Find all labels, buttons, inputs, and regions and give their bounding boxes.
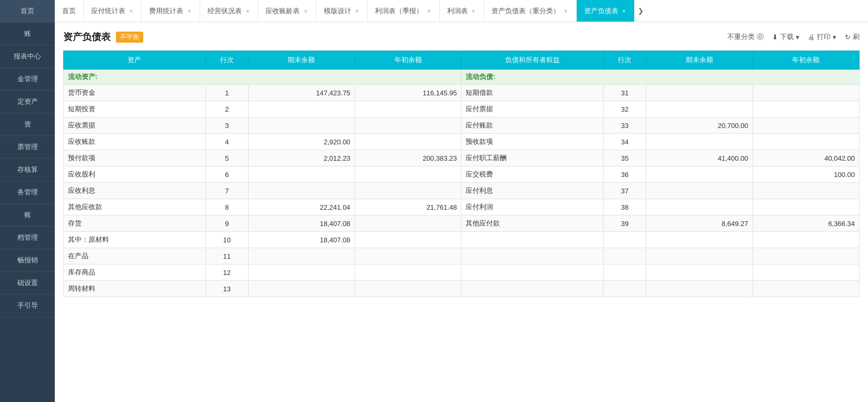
- sidebar-item-document[interactable]: 档管理: [0, 227, 55, 249]
- sidebar-item-assets[interactable]: 定资产: [0, 91, 55, 113]
- table-row[interactable]: 在产品11: [64, 248, 860, 264]
- cell-7-2: 22,241.04: [248, 199, 354, 215]
- tab-0[interactable]: 首页: [55, 0, 84, 22]
- cell-4-6: 41,400.00: [646, 150, 753, 166]
- unbalanced-badge: 不平衡: [116, 32, 143, 43]
- balance-sheet-table: 资产 行次 期末余额 年初余额 负债和所有者权益 行次 期末余额 年初余额 流动…: [63, 51, 860, 297]
- cell-5-5: 36: [604, 166, 646, 183]
- table-row[interactable]: 货币资金1147,423.75116,145.95短期借款31: [64, 85, 860, 101]
- cell-5-1: 6: [205, 166, 248, 183]
- download-button[interactable]: ⬇ 下载 ▾: [772, 32, 800, 42]
- cell-9-0: 其中：原材料: [64, 232, 206, 248]
- tab-6[interactable]: 利润表（季报）×: [368, 0, 439, 22]
- table-row[interactable]: 应收股利6应交税费36100.00: [64, 166, 860, 183]
- tab-1[interactable]: 应付统计表×: [84, 0, 142, 22]
- tab-8[interactable]: 资产负债表（重分类）×: [484, 0, 576, 22]
- tab-close-2[interactable]: ×: [186, 7, 192, 15]
- download-icon: ⬇: [772, 33, 778, 41]
- table-row[interactable]: 周转材料13: [64, 281, 860, 297]
- header-year-begin2: 年初余额: [753, 51, 859, 70]
- sidebar-item-settings[interactable]: 础设置: [0, 272, 55, 295]
- section-left-label: 流动资产:: [64, 70, 461, 85]
- cell-1-5: 32: [604, 101, 646, 117]
- print-label: 打印: [817, 32, 831, 42]
- sidebar: 首页账报表中心金管理定资产资票管理存核算务管理账档管理畅报销础设置手引导: [0, 0, 55, 402]
- cell-10-1: 11: [205, 248, 248, 264]
- sidebar-item-expense[interactable]: 畅报销: [0, 249, 55, 272]
- tab-4[interactable]: 应收账龄表×: [258, 0, 316, 22]
- print-button[interactable]: 🖨 打印 ▾: [808, 32, 836, 42]
- sidebar-item-fund[interactable]: 金管理: [0, 68, 55, 91]
- cell-11-4: [461, 264, 604, 281]
- cell-8-1: 9: [205, 215, 248, 232]
- sidebar-item-inventory[interactable]: 存核算: [0, 159, 55, 181]
- cell-6-2: [248, 183, 354, 199]
- print-icon: 🖨: [808, 33, 815, 41]
- table-row[interactable]: 应收账款42,920.00预收款项34: [64, 134, 860, 150]
- cell-3-7: [753, 134, 859, 150]
- tab-close-7[interactable]: ×: [471, 7, 476, 15]
- cell-1-7: [753, 101, 859, 117]
- tab-2[interactable]: 费用统计表×: [142, 0, 200, 22]
- cell-9-1: 10: [205, 232, 248, 248]
- tab-close-3[interactable]: ×: [245, 7, 250, 15]
- header-asset: 资产: [64, 51, 206, 70]
- tab-5[interactable]: 模版设计×: [317, 0, 368, 22]
- cell-12-5: [604, 281, 646, 297]
- tab-label-7: 利润表: [447, 6, 468, 16]
- refresh-icon: ↻: [845, 33, 851, 41]
- cell-10-7: [753, 248, 859, 264]
- cell-12-0: 周转材料: [64, 281, 206, 297]
- cell-10-0: 在产品: [64, 248, 206, 264]
- cell-3-6: [646, 134, 753, 150]
- table-row[interactable]: 其他应收款822,241.0421,761.48应付利润38: [64, 199, 860, 215]
- sidebar-item-ledger[interactable]: 账: [0, 204, 55, 227]
- tab-3[interactable]: 经营状况表×: [200, 0, 258, 22]
- tab-bar: 首页应付统计表×费用统计表×经营状况表×应收账龄表×模版设计×利润表（季报）×利…: [55, 0, 868, 22]
- table-row[interactable]: 存货918,407.08其他应付款398,649.276,366.34: [64, 215, 860, 232]
- cell-10-2: [248, 248, 354, 264]
- classify-toggle[interactable]: 不重分类 ⓪: [727, 32, 764, 42]
- sidebar-item-account[interactable]: 账: [0, 23, 55, 45]
- tab-label-1: 应付统计表: [91, 6, 125, 16]
- sidebar-item-resource[interactable]: 资: [0, 113, 55, 136]
- cell-3-1: 4: [205, 134, 248, 150]
- table-row[interactable]: 应收利息7应付利息37: [64, 183, 860, 199]
- cell-3-4: 预收款项: [461, 134, 604, 150]
- content-area: 资产负债表 不平衡 不重分类 ⓪ ⬇ 下载 ▾ 🖨 打印 ▾: [55, 22, 868, 402]
- sidebar-item-guide[interactable]: 手引导: [0, 295, 55, 317]
- table-row[interactable]: 短期投资2应付票据32: [64, 101, 860, 117]
- tab-scroll-right[interactable]: ❯: [635, 0, 647, 22]
- tab-close-4[interactable]: ×: [303, 7, 308, 15]
- tab-9[interactable]: 资产负债表×: [577, 0, 635, 22]
- tab-7[interactable]: 利润表×: [440, 0, 484, 22]
- cell-0-7: [753, 85, 859, 101]
- table-row[interactable]: 应收票据3应付账款3320,700.00: [64, 117, 860, 134]
- cell-1-0: 短期投资: [64, 101, 206, 117]
- table-row[interactable]: 其中：原材料1018,407.08: [64, 232, 860, 248]
- table-row[interactable]: 预付款项52,012.23200,383.23应付职工薪酬3541,400.00…: [64, 150, 860, 166]
- refresh-button[interactable]: ↻ 刷: [845, 32, 860, 42]
- sidebar-item-home[interactable]: 首页: [0, 0, 55, 23]
- cell-1-4: 应付票据: [461, 101, 604, 117]
- page-title-area: 资产负债表 不平衡: [63, 31, 143, 43]
- tab-close-6[interactable]: ×: [426, 7, 431, 15]
- tab-close-8[interactable]: ×: [563, 7, 568, 15]
- cell-2-4: 应付账款: [461, 117, 604, 134]
- tab-close-9[interactable]: ×: [622, 7, 627, 15]
- tab-label-4: 应收账龄表: [265, 6, 300, 16]
- section-right-label: 流动负债:: [461, 70, 860, 85]
- cell-11-2: [248, 264, 354, 281]
- cell-9-2: 18,407.08: [248, 232, 354, 248]
- cell-5-4: 应交税费: [461, 166, 604, 183]
- cell-4-1: 5: [205, 150, 248, 166]
- tab-close-5[interactable]: ×: [354, 7, 360, 15]
- sidebar-item-invoice[interactable]: 票管理: [0, 136, 55, 159]
- table-row[interactable]: 库存商品12: [64, 264, 860, 281]
- sidebar-item-reports[interactable]: 报表中心: [0, 45, 55, 68]
- cell-11-3: [355, 264, 461, 281]
- cell-5-3: [355, 166, 461, 183]
- sidebar-item-affairs[interactable]: 务管理: [0, 181, 55, 204]
- tab-close-1[interactable]: ×: [129, 7, 134, 15]
- tab-label-6: 利润表（季报）: [375, 6, 423, 16]
